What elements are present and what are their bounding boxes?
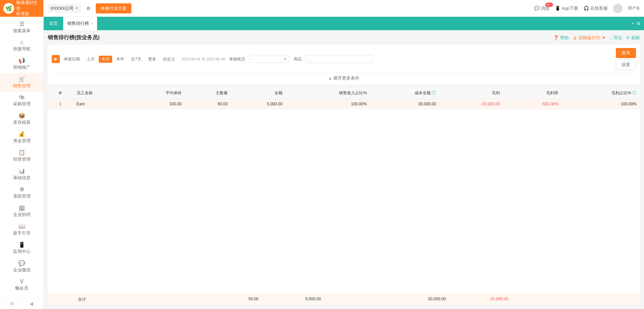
company-selector[interactable]: XXXXX公司 ▼	[48, 4, 81, 13]
sidebar-finance-label: 资金管理	[13, 138, 31, 144]
sidebar-item-basics[interactable]: 📊基础信息	[0, 165, 43, 184]
message-button[interactable]: 💬 消息 99+	[534, 5, 550, 11]
sidebar-basics-icon: 📊	[18, 168, 25, 174]
col-amount: 全额	[231, 87, 286, 99]
logo-text: 畅康通好生意 标准版	[16, 0, 40, 17]
table-footer: 合计 50.00 5,000.00 30,000.00 -25,000.00	[48, 294, 640, 305]
help-button[interactable]: ❓ 帮助	[553, 35, 569, 41]
footer-sales-pct	[324, 297, 387, 302]
sidebar-marketing-icon: 📢	[18, 57, 25, 64]
status-select[interactable]: ▼	[249, 56, 290, 63]
table-area: ⚙ 员工名称 平均单价 主数量 全额 销售收入占比% 成本全额 ⓘ 毛利 毛利率…	[48, 87, 640, 305]
service-label: 在线客服	[590, 5, 608, 11]
footer-gross-rate	[512, 297, 574, 302]
company-name: XXXXX公司	[50, 5, 74, 11]
refresh-button[interactable]: ↻ 刷新	[626, 35, 640, 41]
col-sales-pct: 销售收入占比%	[286, 87, 370, 99]
cell-gross-rate: -500.00%	[503, 99, 562, 109]
sidebar-item-inventory[interactable]: 📦库存核算	[0, 110, 43, 128]
cell-rank: 1	[48, 99, 73, 109]
date-custom-tab[interactable]: 自定义	[160, 56, 178, 63]
app-label: App下载	[562, 5, 578, 11]
sidebar-wechat-label: 企业微信	[13, 267, 31, 273]
date-range-text: 2023-06-01 至 2023-06-30	[182, 57, 225, 62]
logo-icon: 🌿	[3, 3, 14, 14]
sidebar-collapse-icon[interactable]: ◀	[30, 301, 33, 306]
goods-label: 商品	[294, 56, 302, 62]
sidebar-item-enterprise[interactable]: 🏢企业协同	[0, 202, 43, 220]
service-icon: 🎧	[584, 6, 589, 11]
footer-total-label: 合计	[75, 297, 137, 302]
cell-sales-pct: 100.00%	[286, 99, 370, 109]
export-icon: ↓	[610, 35, 612, 40]
date-7days-tab[interactable]: 近7天	[128, 56, 144, 63]
window-restore-icon[interactable]: ⧉	[637, 21, 640, 26]
window-close-icon[interactable]: ×	[632, 21, 634, 26]
date-prev-tab[interactable]: 上月	[84, 56, 97, 63]
tab-home[interactable]: 首页	[44, 17, 63, 30]
sidebar-item-apps[interactable]: 📱应用中心	[0, 239, 43, 257]
date-tabs: 上月 本月 本年 近7天 更多 自定义	[84, 56, 178, 63]
sidebar-purchase-label: 采购管理	[13, 101, 31, 107]
settings-button[interactable]: 设置	[616, 59, 636, 70]
date-more-tab[interactable]: 更多	[145, 56, 159, 63]
experience-button[interactable]: 体验行业方案	[96, 3, 131, 13]
filter-action-buttons: 查询 设置	[616, 48, 636, 70]
help-label: 帮助	[560, 35, 569, 41]
date-current-tab[interactable]: 本月	[99, 56, 112, 63]
expand-label: 展开更多条件	[333, 75, 359, 81]
sidebar-settings-icon[interactable]: ⚙	[10, 301, 14, 306]
date-year-tab[interactable]: 本年	[114, 56, 127, 63]
sidebar-item-guide[interactable]: 📖新手引导	[0, 220, 43, 239]
sidebar-item-finance[interactable]: 💰资金管理	[0, 128, 43, 147]
sidebar-item-quick[interactable]: ⌂快捷导航	[0, 37, 43, 55]
data-table: ⚙ 员工名称 平均单价 主数量 全额 销售收入占比% 成本全额 ⓘ 毛利 毛利率…	[48, 87, 640, 109]
message-badge: 99+	[545, 3, 553, 7]
sidebar-finance-icon: 💰	[18, 131, 25, 137]
print-label: 按模板打印	[578, 35, 600, 41]
sidebar-item-purchase[interactable]: 🛍采购管理	[0, 92, 43, 110]
sidebar-item-sales[interactable]: 🛒销售管理	[0, 73, 43, 92]
footer-gross-pct	[574, 297, 637, 302]
sidebar-item-search[interactable]: ☰搜索菜单	[0, 18, 43, 37]
cell-name: Eam	[73, 99, 129, 109]
sidebar-apps-icon: 📱	[18, 242, 25, 248]
goods-input[interactable]: ...	[306, 55, 373, 63]
avatar[interactable]	[613, 4, 622, 13]
tab-close-icon[interactable]: ×	[91, 21, 93, 25]
app-icon: 📱	[555, 6, 560, 11]
sidebar-nav: ☰搜索菜单⌂快捷导航📢营销推广🛒销售管理🛍采购管理📦库存核算💰资金管理📋经营管理…	[0, 17, 43, 298]
filter-toggle-button[interactable]: ▶	[52, 55, 60, 63]
footer-gross: -25,000.00	[449, 297, 512, 302]
print-button[interactable]: 🖨 按模板打印 ▼	[573, 35, 606, 41]
tab-sales-ranking[interactable]: 销售排行榜 ×	[63, 17, 97, 30]
app-download-button[interactable]: 📱 App下载	[555, 5, 578, 11]
sidebar-item-system[interactable]: ⚙系统管理	[0, 184, 43, 202]
col-settings[interactable]: ⚙	[48, 87, 73, 99]
footer-label	[51, 297, 75, 302]
sidebar-wechat-icon: 💬	[18, 260, 25, 266]
tab-label: 销售排行榜	[67, 20, 89, 27]
expand-conditions-button[interactable]: ∨ 展开更多条件	[52, 73, 636, 81]
filter-area: ▶ 单据日期 上月 本月 本年 近7天 更多 自定义 2023-06-01 至 …	[48, 45, 640, 85]
export-button[interactable]: ↓ 导出	[610, 35, 622, 41]
sidebar-item-wechat[interactable]: 💬企业微信	[0, 257, 43, 276]
sidebar-item-operations[interactable]: 📋经营管理	[0, 147, 43, 165]
sidebar-search-label: 搜索菜单	[13, 28, 31, 34]
main-area: XXXXX公司 ▼ ⚙ 体验行业方案 💬 消息 99+ 📱 App下载 🎧 在线…	[44, 0, 644, 309]
page-header: 销售排行榜(按业务员) ❓ 帮助 🖨 按模板打印 ▼ ↓ 导出 ↻ 刷新	[48, 34, 640, 41]
sidebar: 🌿 畅康通好生意 标准版 ☰搜索菜单⌂快捷导航📢营销推广🛒销售管理🛍采购管理📦库…	[0, 0, 44, 309]
table-body: 1 Eam 100.00 50.00 5,000.00 100.00% 30,0…	[48, 99, 640, 109]
page-actions: ❓ 帮助 🖨 按模板打印 ▼ ↓ 导出 ↻ 刷新	[553, 35, 640, 41]
print-chevron-icon: ▼	[602, 35, 606, 40]
page-title: 销售排行榜(按业务员)	[48, 34, 100, 41]
col-cost: 成本全额 ⓘ	[370, 87, 439, 99]
online-service-button[interactable]: 🎧 在线客服	[584, 5, 608, 11]
cell-avg-price: 100.00	[129, 99, 185, 109]
sidebar-item-member[interactable]: V畅会员	[0, 276, 43, 294]
sidebar-member-icon: V	[20, 278, 24, 285]
sidebar-item-marketing[interactable]: 📢营销推广	[0, 55, 43, 73]
filter-row: ▶ 单据日期 上月 本月 本年 近7天 更多 自定义 2023-06-01 至 …	[52, 48, 636, 70]
topbar-gear-button[interactable]: ⚙	[84, 4, 93, 13]
query-button[interactable]: 查询	[616, 48, 636, 58]
